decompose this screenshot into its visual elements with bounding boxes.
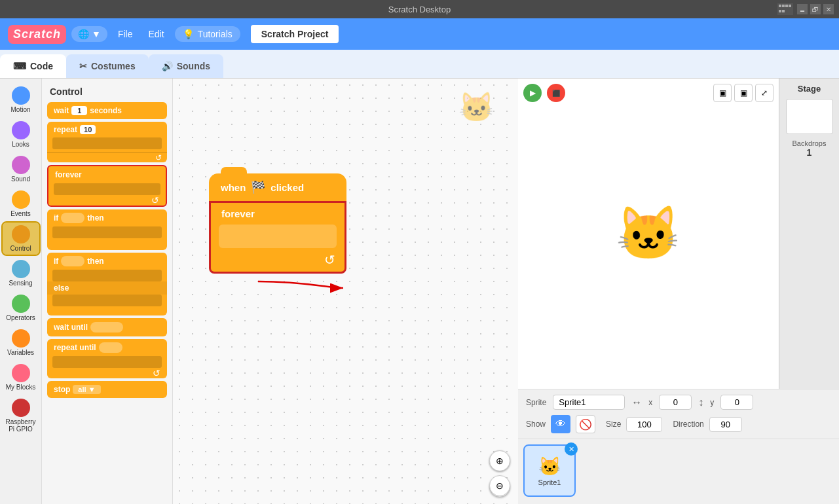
blocks-header: Control <box>47 84 167 102</box>
events-label: Events <box>10 210 31 217</box>
close-btn[interactable]: ✕ <box>823 4 834 14</box>
sidebar-item-myblocks[interactable]: My Blocks <box>3 361 39 393</box>
stage-area: ▶ ⬛ ▣ ▣ ⤢ 🐱 <box>518 79 779 389</box>
else-notch <box>52 295 162 306</box>
sprite-row-2: Show 👁 🚫 Size Direction <box>526 415 831 433</box>
show-visible-btn[interactable]: 👁 <box>551 415 570 433</box>
globe-menu[interactable]: 🌐 ▼ <box>71 26 107 42</box>
project-name[interactable]: Scratch Project <box>251 25 339 43</box>
eye-closed-icon: 🚫 <box>579 418 592 431</box>
sound-circle <box>12 156 30 174</box>
sprite-name-input[interactable] <box>553 395 625 410</box>
costumes-tab-icon: ✂ <box>79 61 87 71</box>
repeat-label: repeat <box>54 125 77 134</box>
operators-label: Operators <box>6 314 35 321</box>
layout-small-btn[interactable]: ▣ <box>734 84 753 102</box>
if2-notch <box>52 270 162 281</box>
stop-label: stop <box>54 385 70 394</box>
layout-fullscreen-btn[interactable]: ⤢ <box>755 84 774 102</box>
title-bar: Scratch Desktop 🗕 🗗 ✕ <box>0 0 839 18</box>
sounds-tab-icon: 🔊 <box>162 61 173 71</box>
variables-circle <box>12 329 30 348</box>
sidebar-item-control[interactable]: Control <box>3 223 39 255</box>
tutorials-label: Tutorials <box>198 29 233 39</box>
show-label: Show <box>526 420 546 429</box>
canvas-forever-label: forever <box>211 203 345 225</box>
block-stop-all[interactable]: stop all ▼ <box>47 381 167 398</box>
sidebar-item-raspberry[interactable]: Raspberry Pi GPIO <box>3 396 39 435</box>
forever-arrow: ↺ <box>48 195 166 206</box>
sensing-circle <box>12 260 30 278</box>
block-wait-until[interactable]: wait until <box>47 318 167 336</box>
tab-costumes[interactable]: ✂ Costumes <box>66 54 149 78</box>
sidebar-item-events[interactable]: Events <box>3 188 39 220</box>
x-input[interactable] <box>659 395 692 410</box>
forever-top: forever <box>48 166 166 183</box>
zoom-in-button[interactable]: ⊕ <box>489 450 510 471</box>
layout-normal-btn[interactable]: ▣ <box>713 84 732 102</box>
green-flag-btn[interactable]: ▶ <box>523 84 542 102</box>
myblocks-label: My Blocks <box>6 384 36 391</box>
right-panel: ▶ ⬛ ▣ ▣ ⤢ 🐱 Stage Back <box>518 79 839 504</box>
stop-btn[interactable]: ⬛ <box>547 84 565 102</box>
sidebar-item-looks[interactable]: Looks <box>3 118 39 151</box>
sidebar-item-operators[interactable]: Operators <box>3 292 39 324</box>
block-forever[interactable]: forever ↺ <box>47 165 167 207</box>
block-repeat[interactable]: repeat 10 ↺ <box>47 122 167 162</box>
show-hidden-btn[interactable]: 🚫 <box>576 415 595 433</box>
if-diamond <box>61 213 84 223</box>
block-wait[interactable]: wait 1 seconds <box>47 102 167 119</box>
direction-input[interactable] <box>709 417 742 432</box>
operators-circle <box>12 295 30 313</box>
minimize-btn[interactable]: 🗕 <box>797 4 808 14</box>
forever-notch <box>54 183 160 195</box>
sidebar-item-sound[interactable]: Sound <box>3 153 39 185</box>
arrows-x-icon: ↔ <box>631 397 642 408</box>
looks-circle <box>12 121 30 139</box>
repeat-until-arrow: ↺ <box>47 368 167 378</box>
file-menu[interactable]: File <box>113 26 138 42</box>
tab-sounds[interactable]: 🔊 Sounds <box>149 54 223 78</box>
code-tab-icon: ⌨ <box>13 61 26 71</box>
repeat-arrow-icon: ↺ <box>155 153 162 162</box>
globe-icon: 🌐 <box>78 29 89 39</box>
stop-dropdown[interactable]: all ▼ <box>73 385 100 394</box>
backdrop-count: 1 <box>807 147 812 158</box>
else-bottom <box>47 306 167 315</box>
forever-label: forever <box>55 170 82 179</box>
sidebar-item-sensing[interactable]: Sensing <box>3 257 39 289</box>
motion-label: Motion <box>10 106 30 113</box>
edit-menu[interactable]: Edit <box>143 26 169 42</box>
sprite-label: Sprite <box>526 398 546 407</box>
sprite-tile-sprite1[interactable]: ✕ 🐱 Sprite1 <box>523 444 576 497</box>
sidebar-item-variables[interactable]: Variables <box>3 327 39 359</box>
stage-sidebar: Stage Backdrops 1 <box>779 79 839 389</box>
if-then-label: then <box>87 213 103 223</box>
title-bar-grid-icon <box>777 3 793 15</box>
tab-code[interactable]: ⌨ Code <box>0 54 66 78</box>
stage-thumb <box>786 99 833 134</box>
maximize-btn[interactable]: 🗗 <box>810 4 821 14</box>
wait-label: wait <box>54 106 69 115</box>
repeat-input[interactable]: 10 <box>80 125 96 134</box>
if-label: if <box>54 213 58 223</box>
y-input[interactable] <box>720 395 753 410</box>
block-repeat-until[interactable]: repeat until ↺ <box>47 339 167 378</box>
script-canvas[interactable]: 🐱 when 🏁 clicked forever ↺ <box>173 79 518 504</box>
canvas-forever-block: forever ↺ <box>209 201 346 274</box>
when-label: when <box>221 182 246 193</box>
canvas-forever-arrow-icon: ↺ <box>211 248 345 272</box>
zoom-out-button[interactable]: ⊖ <box>489 475 510 496</box>
size-input[interactable] <box>626 417 662 432</box>
block-if-then[interactable]: if then <box>47 209 167 250</box>
sound-label: Sound <box>11 175 30 183</box>
sidebar-item-motion[interactable]: Motion <box>3 84 39 116</box>
control-label: Control <box>10 245 31 252</box>
costumes-tab-label: Costumes <box>91 61 136 71</box>
sprite1-name: Sprite1 <box>538 478 561 486</box>
wait-input[interactable]: 1 <box>71 106 87 115</box>
block-if-then-else[interactable]: if then else <box>47 253 167 315</box>
stage-controls: ▶ ⬛ <box>523 84 565 102</box>
sprite-delete-btn[interactable]: ✕ <box>565 442 578 456</box>
tutorials-menu[interactable]: 💡 Tutorials <box>175 26 240 42</box>
